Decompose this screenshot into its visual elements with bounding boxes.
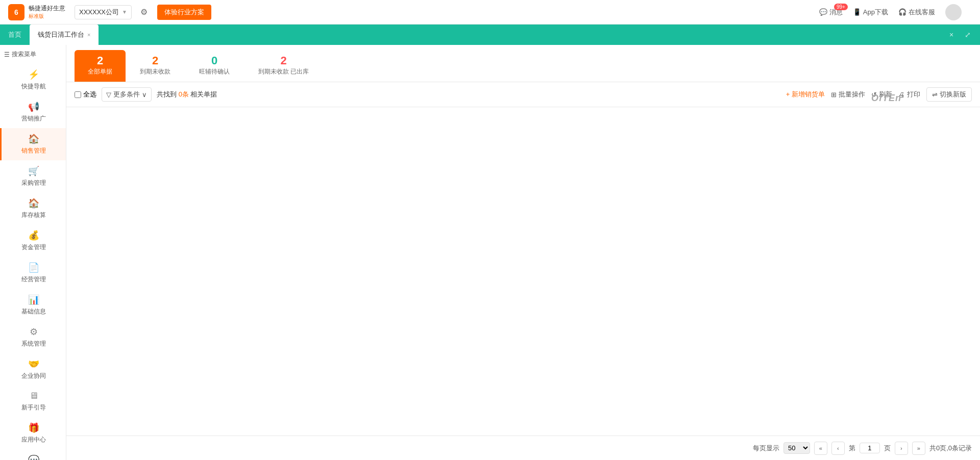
select-all-checkbox[interactable]: 全选 [75,90,96,99]
message-button[interactable]: 💬 消息 99+ [819,8,843,17]
logo-text: 畅捷通好生意 标准版 [29,5,65,19]
expand-window-icon[interactable]: ⤢ [962,29,974,41]
capital-icon: 💰 [28,230,39,241]
tab-worktable[interactable]: 钱货日清工作台 × [30,25,99,45]
toolbar: 全选 ▽ 更多条件 ∨ 共找到 0条 相关单据 + 新增销货单 ⊞ 批量操作 [66,82,980,107]
pagination-bar: 每页显示 50 20 100 « ‹ 第 页 › » 共0页,0条记录 [66,435,980,460]
total-label: 共0页,0条记录 [929,444,972,453]
inventory-icon: 🏠 [28,198,39,209]
tab-home[interactable]: 首页 [0,25,30,45]
content-area: 2 全部单据 2 到期未收款 0 旺辅待确认 2 到期未收款 已出库 全选 [66,45,980,460]
stat-tab-wangfu[interactable]: 0 旺辅待确认 [185,50,244,82]
quick-nav-icon: ⚡ [28,69,39,80]
stat-num-wangfu: 0 [211,54,217,67]
stat-num-overdue-shipped: 2 [281,54,287,67]
experience-button[interactable]: 体验行业方案 [157,5,211,20]
basics-icon: 📊 [28,294,39,305]
sidebar-item-system[interactable]: ⚙ 系统管理 [0,321,66,353]
company-name: XXXXXX公司 [79,8,119,17]
operations-icon: 📄 [28,262,39,273]
page-label: 第 [849,444,855,453]
page-suffix: 页 [884,444,891,453]
sidebar-item-basics[interactable]: 📊 基础信息 [0,289,66,321]
new-guide-icon: 🖥 [29,391,38,401]
purchase-icon: 🛒 [28,165,39,177]
stat-tab-overdue-shipped[interactable]: 2 到期未收款 已出库 [244,50,323,82]
sidebar-search[interactable]: ☰ 搜索菜单 [0,45,66,64]
close-tab-icon[interactable]: × [87,32,90,38]
sidebar-item-cooperation[interactable]: 🤝 企业协同 [0,353,66,385]
batch-icon: ⊞ [831,91,837,99]
print-button[interactable]: 🖨 打印 [898,90,920,99]
sidebar-item-enterprise-wechat[interactable]: 💬 企业微信 [0,449,66,460]
settings-icon[interactable]: ⚙ [136,4,152,20]
switch-version-button[interactable]: ⇌ 切换新版 [926,87,972,102]
online-service-button[interactable]: 🎧 在线客服 [898,8,935,17]
stat-label-all: 全部单据 [88,67,112,76]
stat-tab-overdue[interactable]: 2 到期未收款 [126,50,185,82]
search-icon: ☰ [4,51,10,58]
stats-tabs: 2 全部单据 2 到期未收款 0 旺辅待确认 2 到期未收款 已出库 [66,45,980,82]
often-text: OfTEn [871,93,901,104]
chevron-down-icon: ▼ [122,9,127,15]
sidebar-item-quick-nav[interactable]: ⚡ 快捷导航 [0,64,66,96]
sidebar-item-sales[interactable]: 🏠 销售管理 [0,128,66,160]
top-header: 6 畅捷通好生意 标准版 XXXXXX公司 ▼ ⚙ 体验行业方案 💬 消息 99… [0,0,980,25]
add-sales-order-button[interactable]: + 新增销货单 [786,90,825,99]
tab-right-controls: × ⤢ [945,29,980,41]
first-page-button[interactable]: « [814,442,827,455]
sidebar-item-capital[interactable]: 💰 资金管理 [0,225,66,257]
stat-label-wangfu: 旺辅待确认 [199,67,230,76]
last-page-button[interactable]: » [912,442,925,455]
batch-operation-button[interactable]: ⊞ 批量操作 [831,90,865,99]
per-page-select[interactable]: 50 20 100 [783,442,810,454]
next-page-button[interactable]: › [895,442,908,455]
header-right: 💬 消息 99+ 📱 App下载 🎧 在线客服 [819,4,972,20]
sidebar-item-purchase[interactable]: 🛒 采购管理 [0,160,66,192]
app-download-button[interactable]: 📱 App下载 [853,8,888,17]
sidebar: ☰ 搜索菜单 ⚡ 快捷导航 📢 营销推广 🏠 销售管理 🛒 采购管理 🏠 库存核… [0,45,66,460]
switch-icon: ⇌ [932,91,938,99]
sidebar-item-new-guide[interactable]: 🖥 新手引导 [0,385,66,417]
marketing-icon: 📢 [28,101,39,112]
stat-label-overdue-shipped: 到期未收款 已出库 [258,67,309,76]
stat-num-overdue: 2 [152,54,158,67]
user-avatar[interactable] [945,4,962,20]
logo-area: 6 畅捷通好生意 标准版 [8,4,75,20]
company-selector[interactable]: XXXXXX公司 ▼ [75,5,132,19]
cooperation-icon: 🤝 [28,358,39,370]
service-icon: 🎧 [898,8,906,16]
sidebar-item-inventory[interactable]: 🏠 库存核算 [0,192,66,225]
select-all-input[interactable] [75,91,81,98]
stat-num-all: 2 [97,54,103,67]
app-center-icon: 🎁 [28,422,39,433]
message-badge: 99+ [834,4,848,10]
filter-button[interactable]: ▽ 更多条件 ∨ [102,87,152,102]
filter-icon: ▽ [106,91,111,99]
tab-bar: 首页 钱货日清工作台 × × ⤢ [0,25,980,45]
download-icon: 📱 [853,8,861,16]
page-input[interactable] [860,443,880,453]
stat-tab-all[interactable]: 2 全部单据 [75,50,126,82]
prev-page-button[interactable]: ‹ [831,442,845,455]
close-window-icon[interactable]: × [945,29,958,41]
sidebar-item-operations[interactable]: 📄 经营管理 [0,257,66,289]
logo-icon: 6 [8,4,24,20]
main-layout: ☰ 搜索菜单 ⚡ 快捷导航 📢 营销推广 🏠 销售管理 🛒 采购管理 🏠 库存核… [0,45,980,460]
found-text: 共找到 0条 相关单据 [157,90,217,99]
chevron-down-icon: ∨ [142,91,147,99]
sales-icon: 🏠 [28,133,39,144]
sidebar-item-marketing[interactable]: 📢 营销推广 [0,96,66,128]
message-icon: 💬 [819,8,827,16]
stat-label-overdue: 到期未收款 [140,67,170,76]
per-page-label: 每页显示 [753,444,779,453]
system-icon: ⚙ [30,326,38,337]
sidebar-item-app-center[interactable]: 🎁 应用中心 [0,417,66,449]
table-content [66,107,980,435]
enterprise-wechat-icon: 💬 [28,454,39,460]
